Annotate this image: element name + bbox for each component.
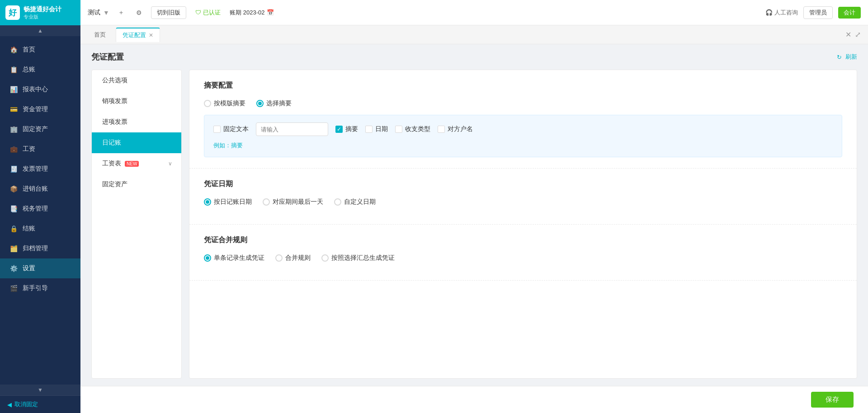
counterpart-label: 对方户名 (448, 125, 473, 133)
sidebar-item-close[interactable]: 🔒 结账 (0, 219, 80, 239)
period-label: 账期 (230, 9, 241, 17)
income-type-checkbox (395, 126, 402, 133)
radio-custom-date-circle (334, 198, 341, 206)
checkbox-summary[interactable]: ✓ 摘要 (335, 125, 358, 133)
radio-merge[interactable]: 合并规则 (275, 254, 311, 262)
counterpart-checkbox (438, 126, 445, 133)
user-button[interactable]: 管理员 (803, 6, 833, 19)
radio-select-label: 选择摘要 (266, 99, 292, 108)
tab-actions: ✕ ⤢ (845, 30, 861, 39)
assets-icon: 🏢 (9, 125, 18, 134)
sidebar-item-settings[interactable]: ⚙️ 设置 (0, 258, 80, 278)
date-checkbox (365, 126, 373, 133)
sidebar-scroll-down[interactable]: ▼ (0, 385, 80, 395)
refresh-icon: ↻ (837, 54, 842, 61)
sidebar-nav-scroll: 🏠 首页 📋 总账 📊 报表中心 💳 资金管理 🏢 固定资产 (0, 36, 80, 385)
radio-template-circle (204, 100, 211, 107)
sidebar-item-capital[interactable]: 💳 资金管理 (0, 99, 80, 119)
checkbox-date[interactable]: 日期 (365, 125, 388, 133)
sidebar-header: 好 畅捷通好会计 专业版 (0, 0, 80, 25)
radio-period-last-circle (263, 198, 270, 206)
radio-journal-date[interactable]: 按日记账日期 (204, 198, 252, 206)
project-name: 测试 (88, 9, 100, 17)
sidebar-item-sales[interactable]: 📦 进销台账 (0, 179, 80, 199)
pin-icon: ◀ (7, 401, 12, 408)
refresh-button[interactable]: ↻ 刷新 (837, 53, 857, 61)
sidebar-item-home[interactable]: 🏠 首页 (0, 40, 80, 60)
sidebar-item-ledger[interactable]: 📋 总账 (0, 60, 80, 80)
radio-select-all-circle (321, 254, 329, 262)
checkbox-fixed-text[interactable]: 固定文本 (213, 125, 249, 133)
add-project-button[interactable]: ＋ (115, 6, 127, 19)
guide-icon: 🎬 (9, 284, 18, 293)
new-badge: NEW (125, 161, 139, 167)
app-title: 畅捷通好会计 (24, 5, 61, 13)
radio-select-all[interactable]: 按照选择汇总生成凭证 (321, 254, 395, 262)
right-panel: 摘要配置 按模版摘要 选择摘要 (189, 70, 857, 379)
sidebar-item-assets[interactable]: 🏢 固定资产 (0, 119, 80, 139)
menu-item-payroll[interactable]: 工资表 NEW ∨ (92, 153, 181, 174)
role-button[interactable]: 会计 (838, 7, 861, 19)
summary-config-section: 摘要配置 按模版摘要 选择摘要 (189, 70, 857, 169)
menu-item-public[interactable]: 公共选项 (92, 70, 181, 91)
sidebar-item-salary-label: 工资 (23, 145, 35, 153)
checkbox-counterpart[interactable]: 对方户名 (438, 125, 473, 133)
switch-old-version-button[interactable]: 切到旧版 (151, 6, 186, 19)
sidebar-item-invoice[interactable]: 🧾 发票管理 (0, 159, 80, 179)
main-area: 测试 ▼ ＋ ⚙ 切到旧版 🛡 已认证 账期 2023-02 📅 🎧 人工咨询 (80, 0, 868, 413)
sidebar-scroll-up[interactable]: ▲ (0, 25, 80, 36)
menu-item-sales-invoice[interactable]: 销项发票 (92, 91, 181, 112)
summary-config-row: 固定文本 ✓ 摘要 日期 (213, 122, 833, 136)
radio-journal-date-circle (204, 198, 211, 206)
service-button[interactable]: 🎧 人工咨询 (765, 9, 798, 17)
checkbox-income-type[interactable]: 收支类型 (395, 125, 430, 133)
radio-single[interactable]: 单条记录生成凭证 (204, 254, 264, 262)
verified-badge: 🛡 已认证 (195, 9, 221, 17)
radio-select-circle (256, 100, 264, 107)
period-value: 2023-02 (243, 9, 265, 16)
radio-period-last[interactable]: 对应期间最后一天 (263, 198, 323, 206)
sidebar-item-reports[interactable]: 📊 报表中心 (0, 80, 80, 99)
close-tab-action-icon[interactable]: ✕ (845, 30, 851, 39)
tab-home[interactable]: 首页 (88, 28, 112, 42)
calendar-icon[interactable]: 📅 (267, 9, 274, 16)
summary-config-box: 固定文本 ✓ 摘要 日期 (204, 115, 842, 157)
headset-icon: 🎧 (765, 9, 773, 16)
tab-bar: 首页 凭证配置 ✕ ✕ ⤢ (80, 25, 868, 44)
sidebar-item-guide[interactable]: 🎬 新手引导 (0, 278, 80, 298)
sidebar-item-archive[interactable]: 🗂️ 归档管理 (0, 239, 80, 258)
fixed-text-checkbox (213, 126, 221, 133)
sidebar-item-tax[interactable]: 📑 税务管理 (0, 199, 80, 219)
project-selector[interactable]: 测试 ▼ (88, 9, 109, 17)
save-button[interactable]: 保存 (811, 392, 854, 408)
radio-template-summary[interactable]: 按模版摘要 (204, 99, 245, 108)
app-edition: 专业版 (24, 14, 61, 20)
close-account-icon: 🔒 (9, 224, 18, 233)
expand-tab-action-icon[interactable]: ⤢ (855, 30, 861, 39)
ledger-icon: 📋 (9, 65, 18, 74)
cancel-pin-button[interactable]: ◀ 取消固定 (0, 395, 80, 413)
radio-custom-date-label: 自定义日期 (344, 198, 376, 206)
archive-icon: 🗂️ (9, 244, 18, 253)
tab-close-icon[interactable]: ✕ (149, 32, 153, 38)
menu-item-fixed-assets[interactable]: 固定资产 (92, 174, 181, 195)
tab-voucher-config[interactable]: 凭证配置 ✕ (116, 28, 160, 42)
merge-rules-title: 凭证合并规则 (204, 235, 842, 245)
radio-merge-circle (275, 254, 283, 262)
radio-select-summary[interactable]: 选择摘要 (256, 99, 292, 108)
menu-item-journal[interactable]: 日记账 (92, 132, 181, 153)
service-label: 人工咨询 (774, 9, 798, 17)
menu-item-purchase-invoice[interactable]: 进项发票 (92, 112, 181, 132)
fixed-text-input[interactable] (256, 122, 328, 136)
project-dropdown-icon[interactable]: ▼ (103, 9, 109, 16)
page-title: 凭证配置 (91, 52, 124, 62)
sidebar-item-settings-label: 设置 (23, 264, 35, 272)
sidebar-item-salary[interactable]: 💼 工资 (0, 139, 80, 159)
settings-gear-button[interactable]: ⚙ (133, 6, 146, 19)
sidebar-item-ledger-label: 总账 (23, 66, 35, 74)
voucher-date-radio-group: 按日记账日期 对应期间最后一天 自定义日期 (204, 198, 842, 206)
sidebar-item-tax-label: 税务管理 (23, 205, 48, 213)
radio-custom-date[interactable]: 自定义日期 (334, 198, 376, 206)
reports-icon: 📊 (9, 85, 18, 94)
settings-icon: ⚙️ (9, 264, 18, 273)
